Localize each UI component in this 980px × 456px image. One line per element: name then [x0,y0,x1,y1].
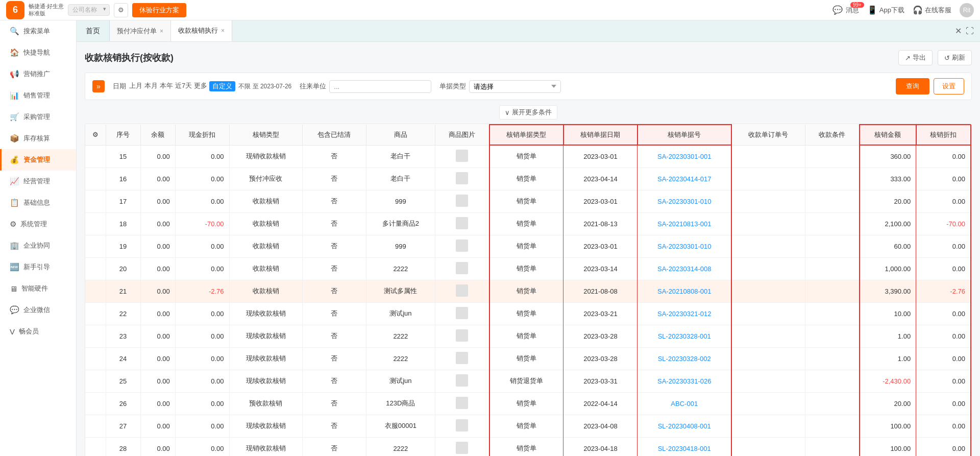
cancel-doc-no-link[interactable]: SA-20210808-001 [657,287,712,295]
page-title: 收款核销执行(按收款) [85,52,174,64]
td-cancel-doc-date: 2023-03-21 [564,302,638,325]
sidebar-item-corp[interactable]: 🏢 企业协同 [0,235,76,256]
cancel-doc-no-link[interactable]: ABC-001 [671,400,698,407]
receipt-type-select[interactable]: 请选择 [469,80,561,93]
cancel-doc-no-link[interactable]: SA-20230301-010 [657,243,712,250]
sidebar-item-basic[interactable]: 📋 基础信息 [0,192,76,213]
th-receipt-order-no: 收款单订单号 [731,125,805,145]
cancel-doc-no-link[interactable]: SA-20230321-012 [657,310,712,318]
tab-prepay[interactable]: 预付冲应付单 × [110,20,171,41]
query-btn[interactable]: 查询 [896,78,929,94]
td-cancel-doc-type: 销货单 [489,167,564,190]
table-row: 18 0.00 -70.00 收款核销 否 多计量商品2 销货单 2021-08… [85,212,971,235]
td-receipt-condition [805,415,860,437]
date-link-this-month[interactable]: 本月 [144,81,158,91]
tab-expand-btn[interactable]: ⛶ [966,27,974,36]
sidebar-item-finance[interactable]: 💰 资金管理 [0,149,76,171]
cancel-doc-no-link[interactable]: SL-20230328-002 [658,355,711,363]
cancel-doc-no-link[interactable]: SL-20230328-001 [658,332,711,340]
tab-receive-close[interactable]: × [221,27,225,34]
td-goods: 123D商品 [366,392,435,415]
tab-prepay-close[interactable]: × [160,28,163,35]
cancel-doc-no-link[interactable]: SA-20210813-001 [657,220,712,228]
sidebar-item-marketing[interactable]: 📢 营销推广 [0,63,76,85]
sidebar-item-guide[interactable]: 🆕 新手引导 [0,256,76,278]
from-unit-input[interactable] [329,80,431,93]
td-seq: 19 [106,235,140,257]
goods-img-thumb [456,239,468,252]
app-download-btn[interactable]: 📱 App下载 [867,5,904,15]
td-seq: 20 [106,257,140,280]
cancel-doc-no-link[interactable]: SA-20230414-017 [657,175,712,183]
td-cancel-doc-no: SA-20230331-026 [638,370,731,392]
cancel-doc-no-link[interactable]: SA-20230314-008 [657,265,712,273]
td-balance: 0.00 [140,212,175,235]
sidebar-item-member[interactable]: V 畅会员 [0,321,76,342]
online-service-btn[interactable]: 🎧 在线客服 [913,5,951,15]
refresh-btn[interactable]: ↺ 刷新 [938,50,972,65]
tab-home[interactable]: 首页 [77,20,110,41]
filter-settings-btn[interactable]: 设置 [934,78,964,94]
sidebar-item-system[interactable]: ⚙ 系统管理 [0,213,76,235]
top-bar: 6 畅捷通·好生意 标准版 公司名称 ⚙ 休验行业方案 💬 99+ 消息 📱 A… [0,0,980,20]
tab-close-all-btn[interactable]: ✕ [955,26,962,36]
th-settings[interactable]: ⚙ [85,125,106,145]
industry-btn[interactable]: 休验行业方案 [132,3,186,17]
sidebar-item-wechat[interactable]: 💬 企业微信 [0,299,76,321]
settings-icon[interactable]: ⚙ [114,3,128,17]
td-goods-img [435,212,489,235]
page-title-actions: ↗ 导出 ↺ 刷新 [898,50,972,65]
td-goods: 2222 [366,437,435,456]
sidebar-item-purchase[interactable]: 🛒 采购管理 [0,106,76,128]
date-link-more[interactable]: 更多 [194,81,207,91]
sidebar-item-hardware[interactable]: 🖥 智能硬件 [0,278,76,299]
table-row: 19 0.00 0.00 收款核销 否 999 销货单 2023-03-01 S… [85,235,971,257]
date-link-custom[interactable]: 自定义 [209,81,235,91]
sidebar-item-nav[interactable]: 🏠 快捷导航 [0,42,76,63]
guide-icon: 🆕 [10,262,19,272]
cancel-doc-no-link[interactable]: SA-20230301-001 [657,153,712,160]
td-cancel-amount: 100.00 [860,415,916,437]
date-link-last-month[interactable]: 上月 [129,81,142,91]
sidebar-item-sales[interactable]: 📊 销售管理 [0,85,76,106]
td-goods: 测试jun [366,302,435,325]
td-goods: 2222 [366,347,435,370]
td-cancel-type: 收款核销 [229,257,303,280]
expand-conditions-btn[interactable]: ∨ 展开更多条件 [499,105,557,119]
cancel-doc-no-link[interactable]: SA-20230301-010 [657,198,712,205]
td-receipt-condition [805,190,860,212]
td-receipt-condition [805,325,860,347]
date-link-this-year[interactable]: 本年 [160,81,173,91]
td-cancel-discount: 0.00 [916,190,971,212]
table-row: 21 0.00 -2.76 收款核销 否 测试多属性 销货单 2021-08-0… [85,280,971,302]
cancel-doc-no-link[interactable]: SA-20230331-026 [657,377,712,385]
date-link-7days[interactable]: 近7天 [175,81,192,91]
td-receipt-condition [805,302,860,325]
td-cancel-doc-type: 销货单 [489,392,564,415]
goods-img-thumb [456,307,468,319]
td-balance: 0.00 [140,437,175,456]
td-cancel-doc-type: 销货单 [489,415,564,437]
td-receipt-condition [805,280,860,302]
td-settings [85,370,106,392]
messages-btn[interactable]: 💬 99+ 消息 [832,5,859,15]
sidebar-item-inventory[interactable]: 📦 库存核算 [0,128,76,149]
company-selector[interactable]: 公司名称 [68,4,110,16]
td-cancel-amount: 10.00 [860,302,916,325]
td-seq: 23 [106,325,140,347]
td-balance: 0.00 [140,145,175,167]
cancel-doc-no-link[interactable]: SL-20230418-001 [658,445,711,452]
td-balance: 0.00 [140,370,175,392]
th-balance: 余额 [140,125,175,145]
tab-receive[interactable]: 收款核销执行 × [171,20,232,41]
user-avatar[interactable]: Rit [960,3,974,17]
cancel-doc-no-link[interactable]: SL-20230408-001 [658,422,711,430]
filter-expand-btn[interactable]: » [92,80,105,92]
sidebar-item-search[interactable]: 🔍 搜索菜单 [0,20,76,42]
sidebar-item-operation[interactable]: 📈 经营管理 [0,171,76,192]
export-btn[interactable]: ↗ 导出 [898,50,933,65]
td-balance: 0.00 [140,190,175,212]
td-cancel-doc-no: ABC-001 [638,392,731,415]
th-cancel-discount: 核销折扣 [916,125,971,145]
td-cancel-type: 现续收款核销 [229,415,303,437]
